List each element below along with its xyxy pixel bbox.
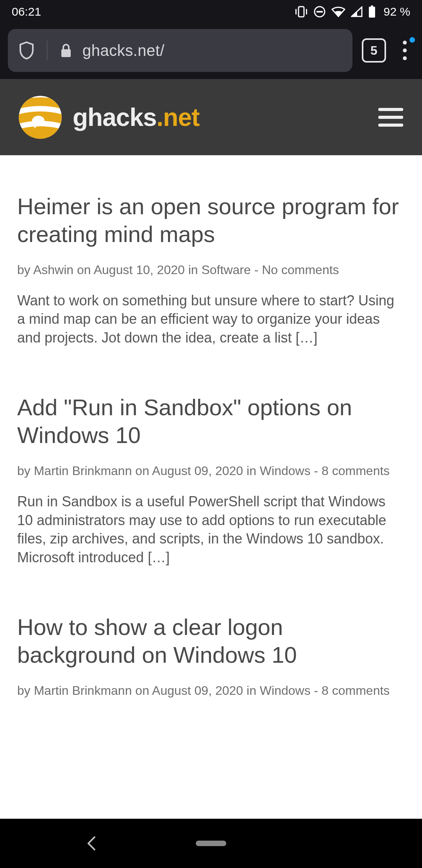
article-list: Heimer is an open source program for cre… xyxy=(0,155,422,819)
article-meta: by Martin Brinkmann on August 09, 2020 i… xyxy=(17,462,405,480)
back-button[interactable] xyxy=(86,836,97,851)
svg-rect-4 xyxy=(316,11,323,13)
article-title[interactable]: How to show a clear logon background on … xyxy=(17,613,405,669)
status-icons: 92 % xyxy=(295,5,410,18)
article-item: How to show a clear logon background on … xyxy=(17,567,405,699)
browser-toolbar: ghacks.net/ 5 xyxy=(0,23,422,79)
system-nav-bar xyxy=(0,819,422,868)
article-meta: by Ashwin on August 10, 2020 in Software… xyxy=(17,261,405,279)
article-title[interactable]: Add "Run in Sandbox" options on Windows … xyxy=(17,394,405,449)
battery-percent: 92 % xyxy=(384,5,410,18)
svg-rect-0 xyxy=(299,7,304,17)
status-time: 06:21 xyxy=(12,5,41,18)
cell-signal-icon xyxy=(351,6,363,17)
article-item: Heimer is an open source program for cre… xyxy=(17,155,405,347)
article-excerpt: Want to work on something but unsure whe… xyxy=(17,291,405,347)
vibrate-icon xyxy=(295,6,308,18)
wifi-icon xyxy=(331,6,345,17)
article-meta: by Martin Brinkmann on August 09, 2020 i… xyxy=(17,681,405,699)
browser-menu-button[interactable] xyxy=(395,36,414,65)
site-title: ghacks.net xyxy=(73,103,199,132)
svg-rect-2 xyxy=(306,9,307,14)
site-logo-icon xyxy=(19,96,62,139)
article-item: Add "Run in Sandbox" options on Windows … xyxy=(17,347,405,567)
address-bar[interactable]: ghacks.net/ xyxy=(8,29,352,72)
home-pill[interactable] xyxy=(196,841,226,846)
lock-icon xyxy=(60,43,72,58)
svg-rect-6 xyxy=(369,7,375,18)
site-brand[interactable]: ghacks.net xyxy=(19,96,199,139)
notification-badge xyxy=(409,37,415,43)
status-bar: 06:21 92 % xyxy=(0,0,422,23)
url-text: ghacks.net/ xyxy=(82,42,165,59)
battery-icon xyxy=(368,5,376,18)
dnd-icon xyxy=(313,5,326,18)
site-header: ghacks.net xyxy=(0,79,422,155)
tabs-button[interactable]: 5 xyxy=(362,38,386,63)
tab-count: 5 xyxy=(370,43,377,58)
divider xyxy=(47,41,47,60)
svg-rect-7 xyxy=(61,49,71,57)
site-menu-button[interactable] xyxy=(378,108,403,127)
svg-rect-1 xyxy=(295,9,297,14)
article-title[interactable]: Heimer is an open source program for cre… xyxy=(17,193,405,248)
svg-point-10 xyxy=(32,116,45,126)
shield-icon[interactable] xyxy=(19,41,34,59)
article-excerpt: Run in Sandbox is a useful PowerShell sc… xyxy=(17,492,405,567)
